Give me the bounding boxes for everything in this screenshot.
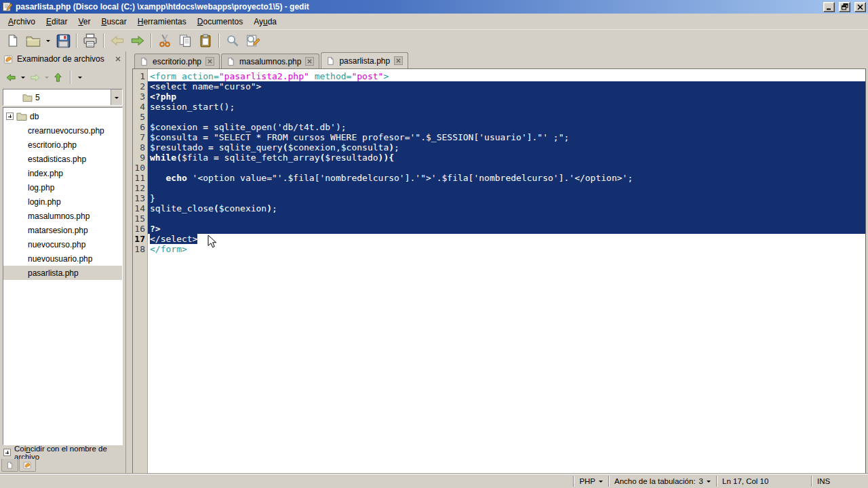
status-bar: PHP Ancho de la tabulación: 3 Ln 17, Col…	[0, 473, 868, 488]
open-dropdown-button[interactable]	[43, 31, 53, 50]
editor-pane: escritorio.phpmasalumnos.phppasarlista.p…	[132, 52, 866, 473]
tree-file-nuevocurso.php[interactable]: nuevocurso.php	[3, 237, 122, 251]
tab-width-selector[interactable]: Ancho de la tabulación: 3	[608, 476, 716, 487]
code-line-14[interactable]: sqlite_close($conexion);	[148, 203, 865, 214]
file-browser-panel-tab[interactable]	[19, 459, 36, 472]
document-icon	[140, 57, 149, 66]
tree-file-log.php[interactable]: log.php	[3, 180, 122, 195]
tree-file-index.php[interactable]: index.php	[3, 166, 122, 180]
tab-pasarlista.php[interactable]: pasarlista.php	[321, 52, 408, 68]
code-line-8[interactable]: $resultado = sqlite_query($conexion,$con…	[148, 142, 865, 152]
tree-file-masalumnos.php[interactable]: masalumnos.php	[3, 209, 122, 223]
copy-button[interactable]	[175, 31, 195, 50]
file-label: pasarlista.php	[28, 268, 79, 278]
documents-panel-tab[interactable]	[1, 459, 18, 472]
code-line-18[interactable]: </form>	[148, 244, 865, 254]
back-dropdown[interactable]	[20, 68, 26, 86]
tab-close-button[interactable]	[205, 57, 214, 66]
code-line-13[interactable]: }	[148, 193, 865, 203]
menu-archivo[interactable]: Archivo	[3, 16, 41, 28]
code-line-6[interactable]: $conexion = sqlite_open('db/t4t.db');	[148, 122, 865, 132]
cursor-position: Ln 17, Col 10	[716, 476, 811, 487]
tree-file-pasarlista.php[interactable]: pasarlista.php	[3, 266, 122, 280]
expander-icon[interactable]	[6, 113, 14, 120]
file-label: estadisticas.php	[28, 155, 86, 164]
back-button[interactable]	[4, 68, 18, 86]
filter-label: Coincidir con el nombre de archivo	[14, 445, 125, 461]
find-replace-button[interactable]	[243, 31, 263, 50]
menu-buscar[interactable]: Buscar	[96, 16, 132, 28]
close-button[interactable]	[854, 2, 866, 12]
menu-ayuda[interactable]: Ayuda	[248, 16, 282, 28]
panel-splitter[interactable]	[126, 52, 132, 473]
text-editor[interactable]: 123456789101112131415161718 <form action…	[132, 68, 866, 473]
code-line-7[interactable]: $consulta = "SELECT * FROM cursos WHERE …	[148, 132, 865, 142]
tree-file-escritorio.php[interactable]: escritorio.php	[3, 138, 122, 152]
code-line-1[interactable]: <form action="pasarlista2.php" method="p…	[148, 71, 865, 81]
print-button[interactable]	[80, 31, 100, 50]
code-line-9[interactable]: while($fila = sqlite_fetch_array($result…	[148, 152, 865, 163]
code-line-17[interactable]: </select>	[148, 234, 865, 244]
panel-close-button[interactable]	[113, 55, 122, 64]
language-selector[interactable]: PHP	[573, 476, 608, 487]
file-label: masalumnos.php	[28, 211, 90, 221]
line-number: 13	[133, 193, 147, 203]
gedit-app-icon	[2, 1, 13, 12]
redo-button[interactable]	[127, 31, 148, 50]
toolbar-separator	[218, 33, 220, 48]
browser-menu-dropdown[interactable]	[77, 68, 83, 86]
chevron-down-icon	[45, 77, 49, 81]
line-number: 11	[133, 173, 147, 183]
tree-folder-db[interactable]: db	[3, 109, 122, 123]
up-arrow-icon	[53, 72, 63, 83]
up-button[interactable]	[52, 68, 64, 86]
location-dropdown-button[interactable]	[111, 89, 122, 105]
minimize-button[interactable]	[823, 2, 835, 12]
restore-button[interactable]	[839, 2, 850, 12]
code-line-11[interactable]: echo '<option value="'.$fila['nombredelc…	[148, 173, 865, 183]
tree-file-nuevousuario.php[interactable]: nuevousuario.php	[3, 251, 122, 266]
tree-file-estadisticas.php[interactable]: estadisticas.php	[3, 152, 122, 166]
menu-ver[interactable]: Ver	[73, 16, 96, 28]
tab-masalumnos.php[interactable]: masalumnos.php	[221, 54, 319, 68]
code-line-15[interactable]	[148, 214, 865, 224]
menu-documentos[interactable]: Documentos	[192, 16, 248, 28]
document-icon	[6, 461, 14, 470]
open-file-button[interactable]	[23, 31, 43, 50]
toolbar-separator	[103, 33, 104, 48]
expander-icon[interactable]	[3, 449, 11, 456]
panel-header: Examinador de archivos	[0, 52, 125, 66]
menu-editar[interactable]: Editar	[41, 16, 73, 28]
tab-close-button[interactable]	[305, 57, 314, 66]
code-line-2[interactable]: <select name="curso">	[148, 81, 865, 92]
new-file-button[interactable]	[3, 31, 23, 50]
code-line-12[interactable]	[148, 183, 865, 193]
forward-dropdown[interactable]	[43, 68, 50, 86]
menu-herramientas[interactable]: Herramientas	[132, 16, 192, 28]
code-line-16[interactable]: ?>	[148, 224, 865, 234]
panel-switcher	[0, 459, 125, 473]
tab-close-button[interactable]	[394, 56, 403, 65]
file-label: escritorio.php	[28, 140, 77, 150]
title-bar[interactable]: pasarlista.php (Disco local (C:) \xampp\…	[0, 0, 868, 14]
code-line-5[interactable]	[148, 112, 865, 122]
tree-file-login.php[interactable]: login.php	[3, 195, 122, 209]
filename-filter[interactable]: Coincidir con el nombre de archivo	[0, 446, 125, 459]
location-combobox[interactable]: 5	[3, 89, 123, 106]
tree-file-matarsesion.php[interactable]: matarsesion.php	[3, 223, 122, 237]
code-lines[interactable]: <form action="pasarlista2.php" method="p…	[148, 69, 865, 473]
selection-end: </select>	[150, 234, 197, 244]
forward-button[interactable]	[28, 68, 42, 86]
paste-button[interactable]	[195, 31, 216, 50]
tree-file-crearnuevocurso.php[interactable]: crearnuevocurso.php	[3, 123, 122, 138]
undo-button[interactable]	[107, 31, 127, 50]
tab-escritorio.php[interactable]: escritorio.php	[134, 54, 220, 68]
file-label: crearnuevocurso.php	[28, 126, 104, 136]
code-line-4[interactable]: session_start();	[148, 102, 865, 112]
copy-icon	[178, 33, 192, 48]
cut-button[interactable]	[155, 31, 175, 50]
code-line-10[interactable]	[148, 163, 865, 173]
code-line-3[interactable]: <?php	[148, 92, 865, 102]
save-button[interactable]	[53, 31, 73, 50]
find-button[interactable]	[222, 31, 243, 50]
